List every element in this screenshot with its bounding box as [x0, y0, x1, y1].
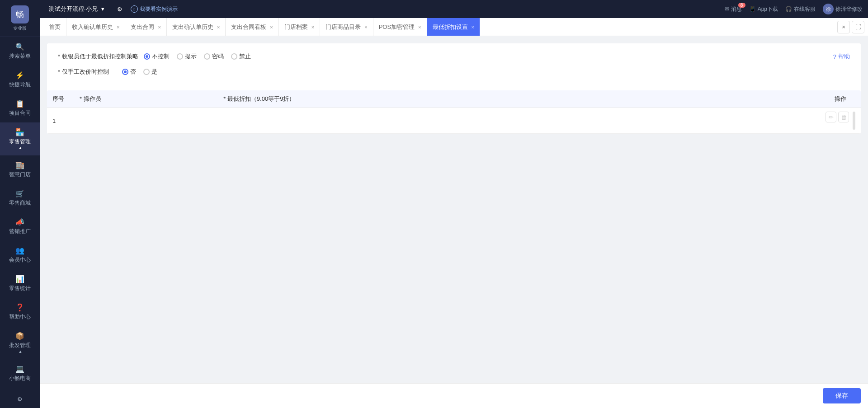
- topbar-online-service[interactable]: 🎧 在线客服: [785, 5, 816, 13]
- tabs-close-all-button[interactable]: ×: [837, 21, 850, 33]
- settings-icon[interactable]: ⚙: [17, 396, 23, 403]
- topbar-project[interactable]: 测试分开流程·小兄 ▼: [45, 3, 109, 15]
- cell-discount: [218, 108, 820, 134]
- content: * 收银员低于最低折扣控制策略 不控制 提示: [40, 36, 868, 383]
- search-icon: 🔍: [15, 42, 24, 51]
- contract-icon: 📋: [15, 99, 24, 108]
- tab-close-icon[interactable]: ×: [270, 24, 273, 30]
- radio-no-control[interactable]: 不控制: [144, 52, 170, 61]
- table-body: 1 ✏ 🗑: [47, 108, 861, 134]
- tab-label: 首页: [49, 23, 61, 31]
- tab-close-icon[interactable]: ×: [117, 24, 119, 30]
- sidebar-item-label: 快捷导航: [9, 81, 31, 89]
- form-card: * 收银员低于最低折扣控制策略 不控制 提示: [47, 43, 861, 85]
- tab-close-icon[interactable]: ×: [158, 24, 160, 30]
- radio-no[interactable]: 否: [122, 68, 136, 76]
- logo-icon: 畅: [11, 5, 29, 23]
- cell-seq: 1: [47, 108, 74, 134]
- sidebar-item-contract[interactable]: 📋 项目合同: [0, 94, 40, 122]
- topbar-message[interactable]: ✉ 消息 8: [725, 5, 742, 13]
- tab-label: 最低折扣设置: [433, 23, 468, 31]
- cell-action: ✏ 🗑: [820, 108, 861, 134]
- edit-button[interactable]: ✏: [826, 112, 836, 122]
- message-badge: 8: [738, 3, 745, 8]
- sidebar-item-search[interactable]: 🔍 搜索菜单: [0, 37, 40, 66]
- tab-income-history[interactable]: 收入确认单历史×: [66, 18, 125, 36]
- sidebar-item-retail[interactable]: 🏪 零售管理 ▲: [0, 122, 40, 155]
- table-header-row: 序号 * 操作员 * 最低折扣（9.00等于9折） 操作: [47, 90, 861, 108]
- radio-yes-input[interactable]: [143, 69, 150, 75]
- online-service-label: 在线客服: [794, 5, 816, 13]
- radio-forbid-label: 禁止: [239, 52, 251, 61]
- col-header-action: 操作: [820, 90, 861, 108]
- sidebar-item-label: 批发管理: [9, 342, 31, 349]
- sidebar-item-smart-store[interactable]: 🏬 智慧门店: [0, 155, 40, 184]
- tab-store-file[interactable]: 门店档案×: [279, 18, 320, 36]
- radio-no-label: 否: [130, 68, 136, 76]
- topbar-app-download[interactable]: 📱 App下载: [749, 5, 778, 13]
- tab-close-icon[interactable]: ×: [311, 24, 314, 30]
- tab-close-icon[interactable]: ×: [364, 24, 367, 30]
- delete-button[interactable]: 🗑: [838, 112, 849, 122]
- tab-home[interactable]: 首页: [43, 18, 66, 36]
- tab-min-discount[interactable]: 最低折扣设置×: [427, 18, 480, 36]
- tab-close-icon[interactable]: ×: [418, 24, 421, 30]
- app-download-label: App下载: [758, 5, 778, 13]
- radio-remind-label: 提示: [185, 52, 197, 61]
- sidebar: 畅 专业版 🔍 搜索菜单 ⚡ 快捷导航 📋 项目合同 🏪 零售管理 ▲ 🏬 智慧…: [0, 0, 40, 408]
- sidebar-item-label: 帮助中心: [9, 313, 31, 321]
- topbar-right: ✉ 消息 8 📱 App下载 🎧 在线客服 徐 徐泽华修改: [725, 4, 863, 14]
- radio-remind[interactable]: 提示: [177, 52, 197, 61]
- tab-payment-contract[interactable]: 支出合同×: [125, 18, 166, 36]
- smart-store-icon: 🏬: [15, 161, 24, 169]
- manual-label: * 仅手工改价时控制: [58, 68, 117, 76]
- sidebar-item-quicknav[interactable]: ⚡ 快捷导航: [0, 66, 40, 94]
- sub-arrow-icon: ▲: [19, 349, 23, 354]
- tab-label: 支出合同: [131, 23, 154, 31]
- radio-yes[interactable]: 是: [143, 68, 157, 76]
- sidebar-item-retail-stat[interactable]: 📊 零售统计: [0, 269, 40, 298]
- radio-forbid[interactable]: 禁止: [231, 52, 251, 61]
- tab-close-icon[interactable]: ×: [472, 24, 474, 30]
- radio-remind-input[interactable]: [177, 53, 183, 60]
- radio-forbid-input[interactable]: [231, 53, 237, 60]
- content-wrapper: * 收银员低于最低折扣控制策略 不控制 提示: [47, 43, 861, 134]
- tab-payment-confirm-history[interactable]: 支出确认单历史×: [167, 18, 226, 36]
- topbar-user[interactable]: 徐 徐泽华修改: [823, 4, 863, 14]
- table-row: 1 ✏ 🗑: [47, 108, 861, 134]
- tab-close-icon[interactable]: ×: [217, 24, 220, 30]
- sidebar-item-member[interactable]: 👥 会员中心: [0, 241, 40, 269]
- main: 测试分开流程·小兄 ▼ ⚙ ○ 我要看实例演示 ✉ 消息 8 📱 App下载 🎧…: [40, 0, 868, 408]
- topbar-settings[interactable]: ⚙: [114, 4, 125, 14]
- help-link[interactable]: ? 帮助: [833, 52, 850, 61]
- retail-stat-icon: 📊: [15, 275, 24, 283]
- sidebar-item-marketing[interactable]: 📣 营销推广: [0, 212, 40, 241]
- sidebar-item-label: 搜索菜单: [9, 52, 31, 60]
- retail-icon: 🏪: [15, 128, 24, 136]
- gear-icon: ⚙: [117, 6, 123, 13]
- sidebar-item-label: 小畅电商: [9, 375, 31, 382]
- cell-operator: [74, 108, 218, 134]
- sidebar-item-help[interactable]: ❓ 帮助中心: [0, 298, 40, 326]
- save-button[interactable]: 保存: [823, 388, 861, 403]
- tab-payment-contract-board[interactable]: 支出合同看板×: [226, 18, 278, 36]
- radio-password[interactable]: 密码: [204, 52, 224, 61]
- tab-store-catalog[interactable]: 门店商品目录×: [320, 18, 373, 36]
- radio-password-input[interactable]: [204, 53, 210, 60]
- radio-no-control-input[interactable]: [144, 53, 150, 60]
- tab-label: 支出合同看板: [231, 23, 266, 31]
- tab-label: POS加密管理: [379, 23, 415, 31]
- sidebar-item-online-store[interactable]: 🛒 零售商城: [0, 184, 40, 212]
- manual-radio-group: 否 是: [122, 68, 157, 76]
- sidebar-item-ecommerce[interactable]: 💻 小畅电商: [0, 359, 40, 388]
- tabs-bar-end: × ⛶: [837, 21, 864, 33]
- tab-pos-encrypt[interactable]: POS加密管理×: [373, 18, 427, 36]
- col-header-operator: * 操作员: [74, 90, 218, 108]
- sidebar-item-wholesale[interactable]: 📦 批发管理 ▲: [0, 326, 40, 359]
- radio-no-input[interactable]: [122, 69, 128, 75]
- topbar-demo[interactable]: ○ 我要看实例演示: [131, 5, 178, 13]
- tabs-fullscreen-button[interactable]: ⛶: [852, 21, 864, 33]
- sidebar-settings[interactable]: ⚙: [15, 390, 24, 408]
- user-avatar: 徐: [823, 4, 834, 14]
- online-store-icon: 🛒: [15, 189, 24, 198]
